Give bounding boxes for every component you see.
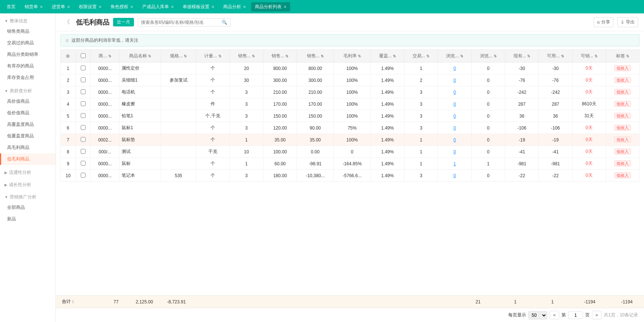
nav-product-analysis-list[interactable]: 商品分析列表✕ [251,2,290,12]
table-row: 3 0000... 电话机 个 3 210.00 210.00 100% 1.4… [61,86,640,98]
sidebar-group-title-overall[interactable]: ▼ 整体信息 [0,15,55,26]
row-spec: 参加复试 [161,74,196,86]
col-browse1[interactable]: 浏览... ⇅ [438,50,471,63]
col-amount[interactable]: 销售... ⇅ [297,50,334,63]
row-available: -981 [539,158,572,170]
row-code: 0000... [91,122,119,134]
row-checkbox[interactable] [76,110,90,122]
export-button[interactable]: ⇩ 导出 [617,17,638,27]
nav-home[interactable]: 首页 [3,2,19,12]
row-browse1: 0 [471,146,505,158]
sidebar-item-high-coverage[interactable]: 高覆盖度商品 [0,119,55,130]
row-checkbox[interactable] [76,74,90,86]
sidebar-group-title-cluster[interactable]: ▼ 类群度分析 [0,85,55,96]
col-browse2[interactable]: 浏览... ⇅ [471,50,505,63]
row-tag: 低收入 [606,122,640,134]
row-unit: 件 [196,98,230,110]
nav-template[interactable]: 单据模板设置✕ [179,2,218,12]
footer-amount: -8,723.91 [161,299,191,305]
col-qty[interactable]: 销售... ⇅ [230,50,263,63]
col-saleable[interactable]: 可销... ⇅ [572,50,606,63]
nav-sales[interactable]: 销货单✕ [21,2,47,12]
sidebar-item-traded-products[interactable]: 交易过的商品 [0,37,55,49]
close-icon[interactable]: ✕ [243,5,246,9]
search-icon[interactable]: 🔍 [222,20,227,25]
col-checkbox-all[interactable] [76,50,90,63]
row-checkbox[interactable] [76,63,90,74]
col-code[interactable]: 商... ⇅ [91,50,119,63]
close-icon[interactable]: ✕ [130,5,133,9]
search-input[interactable] [141,20,222,25]
close-icon[interactable]: ✕ [211,5,214,9]
row-checkbox[interactable] [76,98,90,110]
close-icon[interactable]: ✕ [67,5,70,9]
close-icon[interactable]: ✕ [283,5,286,9]
close-icon[interactable]: ✕ [171,5,174,9]
col-spec[interactable]: 规格... ⇅ [161,50,196,63]
per-page-select[interactable]: 50 100 200 [528,311,547,319]
col-coverage[interactable]: 覆盖... ⇅ [371,50,404,63]
col-available[interactable]: 可用... ⇅ [539,50,572,63]
nav-product-analysis[interactable]: 商品分析✕ [220,2,250,12]
sidebar-item-new-products[interactable]: 新品 [0,213,55,225]
col-trade[interactable]: 交易... ⇅ [404,50,438,63]
row-amount: 210.00 [297,86,334,98]
row-code: 0002... [91,134,119,146]
sidebar-group-title-liquidity[interactable]: ▶ 流通性分析 [0,166,55,177]
row-code: 0000... [91,98,119,110]
period-filter-button[interactable]: 近一月 [113,18,134,26]
next-page-button[interactable]: ＞ [592,311,602,319]
sidebar-group-title-marketing[interactable]: ▼ 营销推广分析 [0,191,55,202]
row-price: 170.00 [263,98,297,110]
nav-permission[interactable]: 权限设置✕ [75,2,105,12]
sidebar-group-title-growth[interactable]: ▶ 成长性分析 [0,179,55,189]
row-checkbox[interactable] [76,86,90,98]
prev-page-button[interactable]: ＜ [550,311,559,319]
row-ratio: 100% [334,86,371,98]
sidebar-item-category-rate[interactable]: 商品分类助销率 [0,49,55,60]
sidebar-item-high-gross[interactable]: 高毛利商品 [0,142,55,153]
nav-role[interactable]: 角色授权✕ [107,2,137,12]
nav-purchase[interactable]: 进货单✕ [48,2,74,12]
sidebar-item-stock-capital[interactable]: 库存资金占用 [0,72,55,83]
row-checkbox[interactable] [76,122,90,134]
row-checkbox[interactable] [76,158,90,170]
col-gross-rate[interactable]: 毛利率 ⇅ [334,50,371,63]
col-settings[interactable]: ⚙ [61,50,76,63]
share-button[interactable]: ⎋ 分享 [594,17,613,27]
row-now: -19 [505,134,539,146]
row-checkbox[interactable] [76,146,90,158]
row-trade: 0 [438,110,471,122]
col-unit[interactable]: 计量... ⇅ [196,50,230,63]
col-tag[interactable]: 标签 ⇅ [606,50,640,63]
row-unit: 千克 [196,146,230,158]
row-name: 吴细细1 [119,74,161,86]
row-available: -22 [539,170,572,182]
page-input[interactable] [568,312,583,319]
col-name[interactable]: 商品名称 ⇅ [119,50,161,63]
row-tag: 低收入 [606,134,640,146]
sidebar-item-high-value[interactable]: 高价值商品 [0,96,55,107]
chevron-right-icon: ▶ [4,170,7,175]
col-current[interactable]: 现有... ⇅ [505,50,539,63]
row-checkbox[interactable] [76,170,90,182]
sidebar-item-all-products[interactable]: 全部商品 [0,202,55,213]
close-icon[interactable]: ✕ [40,5,43,9]
row-price: 120.00 [263,122,297,134]
col-price[interactable]: 销售... ⇅ [263,50,297,63]
row-tag: 低收入 [606,146,640,158]
content-area: 《 低毛利商品 近一月 🔍 ⎋ 分享 ⇩ 导出 ☆ 这部分商品的利润非常低， [56,13,644,322]
row-checkbox[interactable] [76,134,90,146]
share-icon: ⎋ [597,20,600,25]
top-nav: 首页 销货单✕ 进货单✕ 权限设置✕ 角色授权✕ 产成品入库单✕ 单据模板设置✕… [0,0,644,13]
sidebar-item-stock-products[interactable]: 有库存的商品 [0,60,55,72]
close-icon[interactable]: ✕ [99,5,102,9]
sidebar-item-low-value[interactable]: 低价值商品 [0,107,55,119]
row-now: -106 [505,122,539,134]
sidebar-item-sales-products[interactable]: 销售类商品 [0,26,55,37]
sidebar-item-low-coverage[interactable]: 低覆盖度商品 [0,130,55,142]
nav-product-in[interactable]: 产成品入库单✕ [138,2,177,12]
sidebar-collapse-button[interactable]: 《 [62,17,72,27]
row-qty: 20 [230,63,263,74]
sidebar-item-low-gross[interactable]: 低毛利商品 [0,153,55,165]
